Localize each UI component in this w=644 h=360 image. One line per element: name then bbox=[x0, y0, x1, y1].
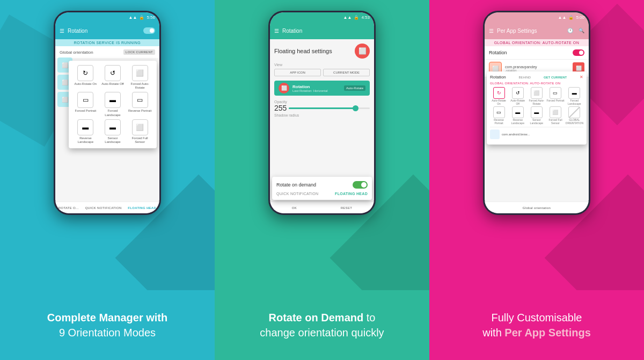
app-name-small-3: com.pranavpandey bbox=[505, 65, 573, 69]
per-app-bar: ☰ Per App Settings 🕐 🔍 bbox=[485, 22, 589, 39]
popup-label-4: Forced Landscape bbox=[566, 99, 583, 105]
fh-title-text: Floating head settings bbox=[274, 48, 332, 54]
popup-behind-3[interactable]: BEHIND bbox=[519, 76, 531, 79]
popup-item-7[interactable]: ▬ Sensor Landscape bbox=[528, 106, 545, 125]
caption-3: Fully Customisablewith Per App Settings bbox=[429, 290, 644, 360]
phone-1: ▲▲ 🔒 5:56 ☰ Rotation ROTATION SERVICE IS… bbox=[54, 11, 161, 215]
reset-btn-2[interactable]: RESET bbox=[341, 206, 353, 210]
bottom-float-btn-1[interactable]: FLOATING HEAD bbox=[128, 206, 156, 210]
rotation-label-3: Rotation bbox=[489, 50, 507, 55]
panel-2: ▲▲ 🔒 4:53 ☰ Rotation Floating head setti… bbox=[215, 0, 429, 290]
popup-label-0: Auto-Rotate On bbox=[490, 99, 508, 105]
orient-item-1[interactable]: ↺ Auto-Rotate Off bbox=[100, 65, 126, 90]
orient-item-7[interactable]: ▬ Sensor Landscape bbox=[100, 119, 126, 144]
orient-label-8: Forced Full Sensor bbox=[127, 136, 152, 144]
popup-item-5[interactable]: ▭ Reverse Portrait bbox=[490, 106, 508, 125]
orient-item-3[interactable]: ▭ Forced Portrait bbox=[73, 92, 98, 117]
toggle-1[interactable] bbox=[143, 27, 155, 34]
rotate-btn-2[interactable]: Auto-Rotate bbox=[344, 85, 365, 91]
shadow-label: Shadow radius bbox=[270, 112, 374, 117]
lock-btn-1[interactable]: LOCK CURRENT bbox=[123, 49, 155, 55]
quick-notif-btn-2[interactable]: QUICK NOTIFICATION bbox=[276, 192, 318, 196]
orient-icon-1: ↺ bbox=[105, 65, 121, 81]
signal-icon-1: ▲▲ bbox=[129, 15, 137, 20]
status-bar-3: ▲▲ 🔒 5:00 bbox=[485, 12, 589, 22]
bottom-quick-btn-1[interactable]: QUICK NOTIFICATION bbox=[85, 206, 122, 210]
rotate-demand-popup: Rotate on demand QUICK NOTIFICATION FLOA… bbox=[272, 177, 372, 200]
popup-item-9[interactable]: GLOBAL ORIENTATION bbox=[566, 106, 583, 125]
app-info-3: com.pranavpandey .rotation bbox=[505, 65, 573, 72]
toggle-rotate-demand[interactable] bbox=[353, 181, 368, 189]
popup-get-current-3[interactable]: GET CURRENT bbox=[544, 76, 567, 79]
bottom-rotate-btn-1[interactable]: ROTATE O... bbox=[58, 206, 79, 210]
popup-icon-6: ▬ bbox=[512, 106, 524, 118]
fh-view-label: View bbox=[270, 63, 374, 67]
popup-item-2[interactable]: ⬜ Forced Auto-Rotate bbox=[528, 87, 545, 105]
lock-icon-3: 🔒 bbox=[568, 15, 574, 20]
opacity-section: Opacity 255 bbox=[270, 98, 374, 112]
caption-bold-1: Complete Manager with bbox=[47, 312, 167, 323]
orient-item-6[interactable]: ▬ Reverse Landscape bbox=[73, 119, 98, 144]
app-row-icon-2: ⬜ bbox=[279, 83, 289, 93]
popup-icon-8: ⬜ bbox=[550, 106, 561, 118]
orient-label-2: Forced Auto-Rotate bbox=[127, 82, 152, 90]
popup-label-5: Reverse Portrait bbox=[490, 119, 508, 125]
popup-item-8[interactable]: ⬜ Forced Full Sensor bbox=[546, 106, 564, 125]
floating-head-btn-2[interactable]: FLOATING HEAD bbox=[335, 192, 368, 196]
orient-label-4: Forced Landscape bbox=[100, 109, 126, 117]
toggle-rotation-3[interactable] bbox=[573, 49, 584, 56]
opacity-label: Opacity bbox=[274, 100, 370, 104]
app-row-2: ⬜ Rotation Last Rotation: Horizontal Aut… bbox=[274, 81, 370, 96]
orient-label-6: Reverse Landscape bbox=[73, 136, 98, 144]
popup-icon-4: ▬ bbox=[568, 87, 580, 99]
caption-bold-2: Rotate on Demand bbox=[269, 312, 364, 323]
popup-label-3: Forced Portrait bbox=[546, 99, 564, 103]
popup-item-3[interactable]: ▭ Forced Portrait bbox=[546, 87, 564, 105]
tab-current-mode[interactable]: CURRENT MODE bbox=[323, 69, 370, 76]
panel-3: ▲▲ 🔒 5:00 ☰ Per App Settings 🕐 🔍 GLOBAL … bbox=[429, 0, 644, 290]
status-bar-1: ▲▲ 🔒 5:56 bbox=[55, 12, 159, 22]
slider-thumb bbox=[353, 105, 358, 111]
popup-item-4[interactable]: ▬ Forced Landscape bbox=[566, 87, 583, 105]
popup-item-1[interactable]: ↺ Auto-Rotate Off bbox=[509, 87, 526, 105]
orient-item-4[interactable]: ▬ Forced Landscape bbox=[100, 92, 126, 117]
fh-icon: ⬜ bbox=[355, 44, 370, 59]
orient-item-8[interactable]: ⬜ Forced Full Sensor bbox=[127, 119, 152, 144]
popup-icon-9 bbox=[568, 106, 580, 118]
fh-view-tabs: APP ICON CURRENT MODE bbox=[270, 67, 374, 78]
bottom-bar-3: Global orientation bbox=[485, 201, 589, 213]
orient-icon-4: ▬ bbox=[105, 92, 121, 108]
global-orient-3: GLOBAL ORIENTATION: AUTO-ROTATE ON bbox=[485, 39, 589, 46]
orient-item-0[interactable]: ↻ Auto-Rotate On bbox=[73, 65, 98, 90]
orient-icon-5: ▭ bbox=[132, 92, 148, 108]
app-bar-1: ☰ Rotation bbox=[55, 22, 159, 39]
popup-close-3[interactable]: ✕ bbox=[580, 75, 583, 80]
tab-app-icon[interactable]: APP ICON bbox=[274, 69, 321, 76]
opacity-slider[interactable] bbox=[289, 107, 370, 109]
orient-label-7: Sensor Landscape bbox=[100, 136, 126, 144]
orient-icon-0: ↻ bbox=[77, 65, 93, 81]
app-row-sub-2: Last Rotation: Horizontal bbox=[292, 89, 341, 92]
status-bar-2: ▲▲ 🔒 4:53 bbox=[270, 12, 374, 22]
bottom-bar-1: ROTATE O... QUICK NOTIFICATION FLOATING … bbox=[55, 201, 159, 213]
ok-btn-2[interactable]: OK bbox=[292, 206, 297, 210]
go-label-1: Global orientation bbox=[60, 50, 93, 55]
caption-text-1: Complete Manager with9 Orientation Modes bbox=[47, 310, 167, 340]
popup-app-name-3: Rotation bbox=[490, 75, 506, 80]
app-title-1: Rotation bbox=[68, 28, 140, 34]
orient-item-5[interactable]: ▭ Reverse Portrait bbox=[127, 92, 152, 117]
popup-label-1: Auto-Rotate Off bbox=[509, 99, 526, 105]
orient-label-5: Reverse Portrait bbox=[128, 109, 151, 113]
popup-item-6[interactable]: ▬ Reverse Landscape bbox=[509, 106, 526, 125]
orient-label-1: Auto-Rotate Off bbox=[101, 82, 124, 86]
popup-item-0[interactable]: ↻ Auto-Rotate On bbox=[490, 87, 508, 105]
app-title-2: Rotation bbox=[282, 28, 370, 34]
rd-label: Rotate on demand bbox=[276, 182, 316, 188]
orient-item-2[interactable]: ⬜ Forced Auto-Rotate bbox=[127, 65, 152, 90]
popup-label-6: Reverse Landscape bbox=[509, 119, 526, 125]
panels-container: ▲▲ 🔒 5:56 ☰ Rotation ROTATION SERVICE IS… bbox=[0, 0, 644, 290]
orient-label-0: Auto-Rotate On bbox=[74, 82, 97, 86]
popup-label-2: Forced Auto-Rotate bbox=[528, 99, 545, 105]
orient-grid-1: ↻ Auto-Rotate On ↺ Auto-Rotate Off ⬜ For… bbox=[73, 65, 152, 144]
app-title-3: Per App Settings bbox=[497, 28, 562, 34]
